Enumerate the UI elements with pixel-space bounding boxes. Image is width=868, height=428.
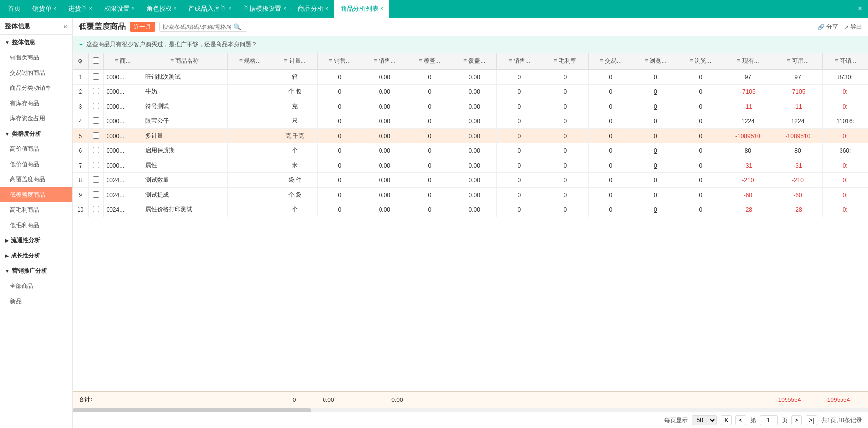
col-cov2[interactable]: ≡ 覆盖... xyxy=(452,53,497,70)
col-browse2[interactable]: ≡ 浏览... xyxy=(678,53,723,70)
nav-tab-roles-close[interactable]: × xyxy=(174,0,177,18)
row-checkbox[interactable] xyxy=(93,73,99,80)
row-checkbox[interactable] xyxy=(93,147,99,153)
cell-checkbox[interactable] xyxy=(88,85,103,99)
nav-tab-permissions[interactable]: 权限设置 × xyxy=(98,0,140,18)
sidebar-group-overall[interactable]: ▼ 整体信息 xyxy=(0,35,72,50)
prev-page-button[interactable]: < xyxy=(735,415,746,425)
cell-name: 多计量 xyxy=(142,129,227,143)
col-cov1[interactable]: ≡ 覆盖... xyxy=(407,53,452,70)
col-sales-qty[interactable]: ≡ 销售... xyxy=(317,53,362,70)
search-input[interactable] xyxy=(163,24,231,30)
row-checkbox[interactable] xyxy=(93,132,99,139)
cell-checkbox[interactable] xyxy=(88,129,103,143)
sidebar-collapse-button[interactable]: « xyxy=(63,22,67,30)
last-page-button[interactable]: >| xyxy=(806,415,817,425)
cell-browse1[interactable]: 0 xyxy=(633,70,678,85)
col-current[interactable]: ≡ 现有... xyxy=(723,53,773,70)
sidebar-item-traded-goods[interactable]: 交易过的商品 xyxy=(0,65,72,81)
nav-tab-analysis[interactable]: 商品分析 × xyxy=(292,0,334,18)
sidebar-item-category-rate[interactable]: 商品分类动销率 xyxy=(0,81,72,96)
row-checkbox[interactable] xyxy=(93,176,99,183)
col-settings[interactable]: ⚙ xyxy=(73,53,88,70)
cell-browse1[interactable]: 0 xyxy=(633,85,678,99)
cell-browse1[interactable]: 0 xyxy=(633,158,678,173)
sidebar-item-high-value[interactable]: 高价值商品 xyxy=(0,142,72,157)
sidebar-item-high-margin[interactable]: 高毛利商品 xyxy=(0,202,72,218)
sidebar-item-new-goods[interactable]: 新品 xyxy=(0,294,72,309)
horizontal-scrollbar[interactable] xyxy=(73,408,868,412)
cell-browse1[interactable]: 0 xyxy=(633,173,678,188)
cell-checkbox[interactable] xyxy=(88,158,103,173)
col-margin[interactable]: ≡ 毛利率 xyxy=(542,53,588,70)
col-trade[interactable]: ≡ 交易... xyxy=(588,53,633,70)
col-sales-amt[interactable]: ≡ 销售... xyxy=(362,53,407,70)
first-page-button[interactable]: K xyxy=(721,415,732,425)
sidebar-group-liquidity[interactable]: ▶ 流通性分析 xyxy=(0,233,72,248)
row-checkbox[interactable] xyxy=(93,103,99,109)
cell-browse1[interactable]: 0 xyxy=(633,143,678,158)
col-available[interactable]: ≡ 可用... xyxy=(773,53,823,70)
sidebar-group-cluster[interactable]: ▼ 类群度分析 xyxy=(0,126,72,142)
search-icon[interactable]: 🔍 xyxy=(233,23,241,30)
col-sales3[interactable]: ≡ 销售... xyxy=(497,53,542,70)
page-number-input[interactable] xyxy=(760,415,778,425)
sidebar-item-high-coverage[interactable]: 高覆盖度商品 xyxy=(0,172,72,187)
row-checkbox[interactable] xyxy=(93,191,99,198)
nav-tab-purchase[interactable]: 进货单 × xyxy=(62,0,98,18)
nav-tab-finished-goods-close[interactable]: × xyxy=(228,0,231,18)
col-unit[interactable]: ≡ 计量... xyxy=(272,53,317,70)
window-close-button[interactable]: × xyxy=(854,4,866,13)
nav-tab-permissions-close[interactable]: × xyxy=(132,0,135,18)
share-button[interactable]: 🔗 分享 xyxy=(817,23,838,31)
cell-checkbox[interactable] xyxy=(88,173,103,188)
col-name[interactable]: ≡ 商品名称 xyxy=(142,53,227,70)
col-spec[interactable]: ≡ 规格... xyxy=(227,53,272,70)
cell-checkbox[interactable] xyxy=(88,202,103,217)
export-button[interactable]: ↗ 导出 xyxy=(844,23,862,31)
nav-tab-analysis-list-close[interactable]: × xyxy=(380,0,383,18)
nav-tab-analysis-close[interactable]: × xyxy=(326,0,328,18)
sidebar-item-in-stock[interactable]: 有库存商品 xyxy=(0,96,72,111)
nav-tab-purchase-close[interactable]: × xyxy=(89,0,92,18)
nav-tab-sales[interactable]: 销货单 × xyxy=(27,0,62,18)
next-page-button[interactable]: > xyxy=(791,415,802,425)
sidebar-item-sales-goods[interactable]: 销售类商品 xyxy=(0,50,72,65)
cell-browse1[interactable]: 0 xyxy=(633,129,678,143)
nav-tab-templates[interactable]: 单据模板设置 × xyxy=(237,0,292,18)
cell-browse1[interactable]: 0 xyxy=(633,202,678,217)
col-browse1[interactable]: ≡ 浏览... xyxy=(633,53,678,70)
cell-browse1[interactable]: 0 xyxy=(633,188,678,202)
row-checkbox[interactable] xyxy=(93,88,99,94)
date-filter-button[interactable]: 近一月 xyxy=(130,22,155,32)
col-saleable[interactable]: ≡ 可销... xyxy=(823,53,868,70)
nav-tab-analysis-list[interactable]: 商品分析列表 × xyxy=(334,0,389,18)
col-code[interactable]: ≡ 商... xyxy=(103,53,142,70)
cell-checkbox[interactable] xyxy=(88,114,103,129)
sidebar-item-low-coverage[interactable]: 低覆盖度商品 xyxy=(0,187,72,202)
nav-tab-finished-goods[interactable]: 产成品入库单 × xyxy=(182,0,237,18)
cell-checkbox[interactable] xyxy=(88,70,103,85)
nav-tab-templates-close[interactable]: × xyxy=(283,0,286,18)
nav-tab-roles[interactable]: 角色授权 × xyxy=(140,0,183,18)
nav-tab-home[interactable]: 首页 xyxy=(2,0,27,18)
sidebar-item-low-margin[interactable]: 低毛利商品 xyxy=(0,218,72,233)
col-checkbox[interactable] xyxy=(88,53,103,70)
page-size-select[interactable]: 50 10 20 100 xyxy=(692,415,717,425)
nav-tab-sales-close[interactable]: × xyxy=(54,0,56,18)
cell-browse1[interactable]: 0 xyxy=(633,99,678,114)
sidebar-item-low-value[interactable]: 低价值商品 xyxy=(0,157,72,172)
cell-checkbox[interactable] xyxy=(88,188,103,202)
cell-checkbox[interactable] xyxy=(88,99,103,114)
row-checkbox[interactable] xyxy=(93,117,99,124)
sidebar-item-capital[interactable]: 库存资金占用 xyxy=(0,111,72,126)
cell-browse1[interactable]: 0 xyxy=(633,114,678,129)
row-checkbox[interactable] xyxy=(93,206,99,212)
cell-saleable: 0: xyxy=(823,158,868,173)
row-checkbox[interactable] xyxy=(93,162,99,168)
select-all-checkbox[interactable] xyxy=(93,57,99,64)
sidebar-group-growth[interactable]: ▶ 成长性分析 xyxy=(0,248,72,263)
sidebar-item-all-goods[interactable]: 全部商品 xyxy=(0,279,72,294)
sidebar-group-marketing[interactable]: ▼ 营销推广分析 xyxy=(0,263,72,279)
cell-checkbox[interactable] xyxy=(88,143,103,158)
